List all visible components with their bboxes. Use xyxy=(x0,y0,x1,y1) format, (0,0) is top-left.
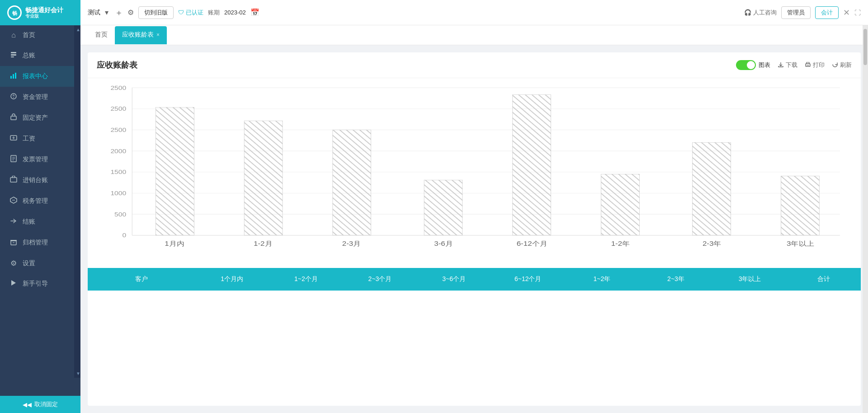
guide-icon xyxy=(9,279,18,288)
table-col-1-2year: 1~2年 xyxy=(565,268,639,291)
svg-rect-7 xyxy=(15,73,16,79)
svg-rect-6 xyxy=(13,74,14,79)
expand-button[interactable]: ⛶ xyxy=(854,9,861,16)
svg-rect-2 xyxy=(11,52,16,53)
sidebar-item-label: 工资 xyxy=(23,135,35,143)
vertical-scrollbar[interactable] xyxy=(863,25,868,413)
app-name-block: 畅捷通好会计 专业版 xyxy=(25,6,63,19)
project-name: 测试 xyxy=(88,9,100,17)
refresh-icon xyxy=(832,61,838,69)
svg-rect-12 xyxy=(10,178,17,182)
add-button[interactable]: ＋ xyxy=(115,7,123,18)
manager-button[interactable]: 管理员 xyxy=(781,6,811,19)
table-header: 客户 1个月内 1~2个月 2~3个月 3~6个月 6~12个月 xyxy=(88,268,861,291)
close-window-button[interactable]: ✕ xyxy=(843,8,850,18)
svg-text:1-2年: 1-2年 xyxy=(611,240,630,247)
svg-rect-43 xyxy=(693,142,731,235)
switch-old-version-button[interactable]: 切到旧版 xyxy=(138,6,174,19)
payroll-icon xyxy=(9,134,18,143)
sidebar-item-assets[interactable]: 固定资产 xyxy=(0,108,80,128)
main-area: 测试 ▾ ＋ ⚙ 切到旧版 🛡 已认证 账期 2023-02 📅 🎧 人工咨询 … xyxy=(80,0,868,413)
settings-gear-icon[interactable]: ⚙ xyxy=(127,8,134,17)
svg-text:2500: 2500 xyxy=(110,84,126,91)
ledger-icon xyxy=(9,51,18,60)
table-col-1month: 1个月内 xyxy=(195,268,269,291)
bar-chart: 2500 2500 2500 2000 1500 1000 500 0 xyxy=(97,83,852,263)
svg-text:1000: 1000 xyxy=(110,190,126,197)
svg-rect-5 xyxy=(10,76,12,79)
refresh-button[interactable]: 刷新 xyxy=(832,61,852,69)
archive-icon xyxy=(9,238,18,247)
calendar-icon[interactable]: 📅 xyxy=(250,8,259,17)
sidebar-item-label: 税务管理 xyxy=(23,197,48,205)
tab-close-icon[interactable]: × xyxy=(156,32,160,38)
table-col-total: 合计 xyxy=(787,268,861,291)
sidebar-item-payroll[interactable]: 工资 xyxy=(0,128,80,149)
sidebar-item-label: 归档管理 xyxy=(23,239,48,247)
sidebar: 畅 畅捷通好会计 专业版 ⌂ 首页 总账 报 xyxy=(0,0,80,413)
svg-text:畅: 畅 xyxy=(12,10,17,16)
svg-text:2-3月: 2-3月 xyxy=(342,240,361,247)
table-col-1-2month: 1~2个月 xyxy=(269,268,343,291)
sidebar-item-inventory[interactable]: 进销台账 xyxy=(0,170,80,191)
svg-rect-40 xyxy=(424,180,462,235)
toggle-knob xyxy=(747,61,755,69)
sidebar-item-label: 设置 xyxy=(23,259,35,268)
sidebar-nav: ⌂ 首页 总账 报表中心 资金管理 xyxy=(0,25,80,396)
scroll-down-arrow[interactable]: ▼ xyxy=(74,369,80,378)
report-title: 应收账龄表 xyxy=(97,60,137,70)
svg-rect-37 xyxy=(156,107,194,235)
sidebar-item-guide[interactable]: 新手引导 xyxy=(0,273,80,294)
project-dropdown-icon[interactable]: ▾ xyxy=(105,8,108,17)
accountant-button[interactable]: 会计 xyxy=(815,6,839,19)
sidebar-item-reports[interactable]: 报表中心 xyxy=(0,66,80,87)
chart-toggle-wrap: 图表 xyxy=(736,60,770,70)
scroll-up-arrow[interactable]: ▲ xyxy=(74,25,80,34)
sidebar-item-label: 资金管理 xyxy=(23,93,48,101)
unpin-icon: ◀◀ xyxy=(23,401,32,408)
sidebar-item-ledger[interactable]: 总账 xyxy=(0,45,80,66)
sidebar-item-invoice[interactable]: 发票管理 xyxy=(0,149,80,170)
table-col-3-6month: 3~6个月 xyxy=(417,268,491,291)
report-card: 应收账龄表 图表 下载 xyxy=(88,52,861,406)
svg-point-8 xyxy=(11,94,16,99)
svg-text:1-2月: 1-2月 xyxy=(254,240,273,247)
svg-rect-39 xyxy=(333,130,371,235)
svg-text:1月内: 1月内 xyxy=(165,240,184,247)
table-col-customer: 客户 xyxy=(88,268,195,291)
tax-icon xyxy=(9,197,18,206)
download-button[interactable]: 下载 xyxy=(778,61,797,69)
svg-rect-3 xyxy=(11,54,16,56)
svg-rect-17 xyxy=(807,65,809,66)
sidebar-item-funds[interactable]: 资金管理 xyxy=(0,87,80,108)
content-area: 应收账龄表 图表 下载 xyxy=(80,45,868,413)
sidebar-item-settings[interactable]: ⚙ 设置 xyxy=(0,253,80,273)
tab-receivables[interactable]: 应收账龄表 × xyxy=(115,26,167,44)
print-button[interactable]: 打印 xyxy=(805,61,825,69)
chart-toggle[interactable] xyxy=(736,60,756,70)
sidebar-item-home[interactable]: ⌂ 首页 xyxy=(0,25,80,45)
funds-icon xyxy=(9,93,18,102)
svg-rect-42 xyxy=(601,174,640,235)
sidebar-item-archive[interactable]: 归档管理 xyxy=(0,232,80,253)
sidebar-item-closing[interactable]: 结账 xyxy=(0,211,80,232)
tab-home[interactable]: 首页 xyxy=(88,26,115,44)
unpin-button[interactable]: ◀◀ 取消固定 xyxy=(0,396,80,413)
svg-rect-4 xyxy=(11,56,14,57)
sidebar-item-label: 发票管理 xyxy=(23,155,48,164)
reports-icon xyxy=(9,72,18,81)
svg-rect-44 xyxy=(781,176,819,235)
home-icon: ⌂ xyxy=(9,31,18,39)
sidebar-item-tax[interactable]: 税务管理 xyxy=(0,191,80,211)
sidebar-item-label: 固定资产 xyxy=(23,114,48,122)
svg-text:1500: 1500 xyxy=(110,169,126,175)
table-col-6-12month: 6~12个月 xyxy=(491,268,565,291)
svg-text:2-3年: 2-3年 xyxy=(703,240,722,247)
svg-text:3年以上: 3年以上 xyxy=(787,240,814,247)
verified-badge: 🛡 已认证 xyxy=(178,9,203,17)
shield-icon: 🛡 xyxy=(178,9,184,16)
table-col-2-3month: 2~3个月 xyxy=(343,268,417,291)
sidebar-item-label: 首页 xyxy=(23,31,35,39)
consult-button[interactable]: 🎧 人工咨询 xyxy=(744,9,777,17)
closing-icon xyxy=(9,217,18,226)
